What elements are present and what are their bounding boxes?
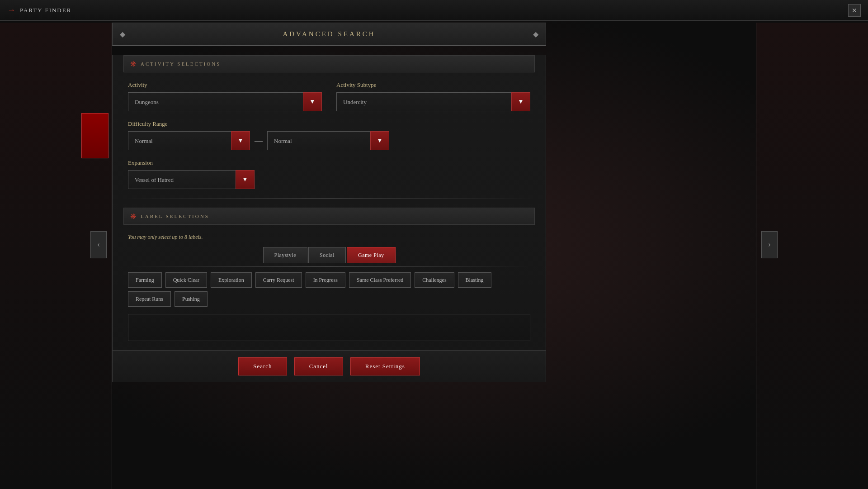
activity-section-icon: ❋ — [130, 60, 136, 68]
activity-subtype-select[interactable]: Undercity — [336, 92, 530, 111]
difficulty-max-group: Normal ▼ — [267, 131, 389, 150]
dialog: ◆ ADVANCED SEARCH ◆ ❋ ACTIVITY SELECTION… — [112, 23, 546, 382]
tab-row: Playstyle Social Game Play — [123, 247, 535, 263]
label-pushing[interactable]: Pushing — [175, 291, 208, 307]
label-repeat-runs[interactable]: Repeat Runs — [128, 291, 171, 307]
activity-subtype-label: Activity Subtype — [336, 81, 530, 89]
dialog-header: ◆ ADVANCED SEARCH ◆ — [112, 23, 546, 46]
difficulty-min-select[interactable]: Normal — [128, 131, 250, 150]
party-finder-arrow-icon: → — [7, 5, 15, 15]
tab-playstyle[interactable]: Playstyle — [263, 247, 308, 263]
expansion-select-wrapper: Vessel of Hatred ▼ — [128, 170, 255, 189]
activity-group: Activity Dungeons ▼ — [128, 81, 322, 111]
label-exploration[interactable]: Exploration — [211, 272, 252, 288]
label-farming[interactable]: Farming — [128, 272, 162, 288]
difficulty-row: Difficulty Range Normal ▼ — Normal — [123, 120, 535, 150]
activity-select[interactable]: Dungeons — [128, 92, 322, 111]
expansion-row: Expansion Vessel of Hatred ▼ — [123, 159, 535, 189]
title-bar-title: PARTY FINDER — [20, 7, 71, 14]
diamond-right-icon: ◆ — [533, 30, 538, 38]
selected-labels-area — [128, 314, 530, 341]
label-hint: You may only select up to 8 labels. — [123, 234, 535, 241]
label-section-title: LABEL SELECTIONS — [141, 214, 209, 219]
expansion-label: Expansion — [128, 159, 255, 166]
activity-row: Activity Dungeons ▼ Activity Subtype — [123, 81, 535, 111]
search-button[interactable]: Search — [238, 357, 287, 375]
label-challenges[interactable]: Challenges — [415, 272, 454, 288]
label-section-icon: ❋ — [130, 212, 136, 221]
dialog-footer: Search Cancel Reset Settings — [113, 350, 546, 382]
label-in-progress[interactable]: In Progress — [306, 272, 345, 288]
difficulty-separator: — — [255, 136, 263, 146]
activity-subtype-select-wrapper: Undercity ▼ — [336, 92, 530, 111]
left-accent — [81, 113, 108, 158]
dialog-title: ADVANCED SEARCH — [283, 30, 375, 38]
close-button[interactable]: ✕ — [848, 4, 861, 17]
expansion-group: Expansion Vessel of Hatred ▼ — [128, 159, 255, 189]
activity-label: Activity — [128, 81, 322, 89]
tab-gameplay[interactable]: Game Play — [347, 247, 396, 263]
label-section-header: ❋ LABEL SELECTIONS — [123, 208, 535, 225]
title-bar: → PARTY FINDER ✕ — [0, 0, 868, 21]
activity-select-wrapper: Dungeons ▼ — [128, 92, 322, 111]
label-blasting[interactable]: Blasting — [458, 272, 491, 288]
diamond-left-icon: ◆ — [120, 30, 125, 38]
label-quick-clear[interactable]: Quick Clear — [165, 272, 207, 288]
cancel-button[interactable]: Cancel — [294, 357, 343, 375]
label-same-class[interactable]: Same Class Preferred — [349, 272, 411, 288]
labels-grid: Farming Quick Clear Exploration Carry Re… — [123, 271, 535, 314]
difficulty-max-select-wrapper: Normal ▼ — [267, 131, 389, 150]
activity-subtype-group: Activity Subtype Undercity ▼ — [336, 81, 530, 111]
difficulty-group: Difficulty Range Normal ▼ — [128, 120, 250, 150]
difficulty-label: Difficulty Range — [128, 120, 250, 128]
difficulty-max-select[interactable]: Normal — [267, 131, 389, 150]
label-section: ❋ LABEL SELECTIONS You may only select u… — [123, 208, 535, 341]
left-nav-button[interactable]: ‹ — [90, 231, 107, 258]
expansion-select[interactable]: Vessel of Hatred — [128, 170, 255, 189]
dialog-body: ❋ ACTIVITY SELECTIONS Activity Dungeons … — [112, 55, 546, 382]
label-carry-request[interactable]: Carry Request — [255, 272, 302, 288]
title-bar-left: → PARTY FINDER — [7, 5, 71, 15]
reset-settings-button[interactable]: Reset Settings — [350, 357, 420, 375]
activity-section-header: ❋ ACTIVITY SELECTIONS — [123, 55, 535, 72]
activity-section-title: ACTIVITY SELECTIONS — [141, 61, 221, 66]
right-nav-button[interactable]: › — [761, 231, 778, 258]
tab-social[interactable]: Social — [308, 247, 346, 263]
difficulty-min-select-wrapper: Normal ▼ — [128, 131, 250, 150]
activity-section: ❋ ACTIVITY SELECTIONS Activity Dungeons … — [123, 55, 535, 189]
